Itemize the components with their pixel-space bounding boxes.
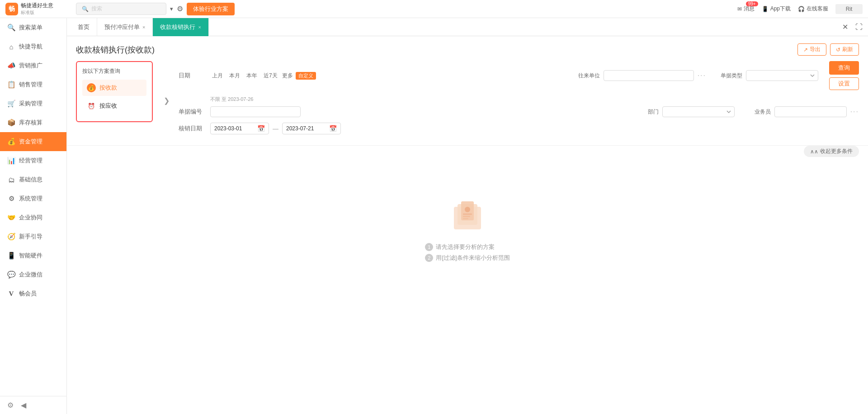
tabs-actions: ✕ ⛶ bbox=[840, 21, 864, 33]
sidebar-item-inventory[interactable]: 📦 库存核算 bbox=[0, 113, 66, 132]
operations-icon: 📊 bbox=[7, 157, 15, 165]
sales-icon: 📋 bbox=[7, 81, 15, 89]
sidebar-item-basic-info[interactable]: 🗂 基础信息 bbox=[0, 170, 66, 189]
window-close-button[interactable]: ✕ bbox=[840, 21, 850, 33]
settings-button[interactable]: 设置 bbox=[829, 77, 859, 90]
page-inner: 收款核销执行(按收款) ↗ 导出 ↺ 刷新 bbox=[67, 36, 868, 414]
voucher-no-input[interactable] bbox=[210, 106, 301, 117]
filter-option-by-receivable[interactable]: ⏰ 按应收 bbox=[82, 98, 146, 114]
sidebar-label: 采购管理 bbox=[19, 100, 42, 108]
filter-option-by-receipt[interactable]: 💰 按收款 bbox=[82, 80, 146, 96]
sidebar-item-smart-hardware[interactable]: 📱 智能硬件 bbox=[0, 246, 66, 265]
page-header: 收款核销执行(按收款) ↗ 导出 ↺ 刷新 bbox=[67, 36, 868, 56]
search-placeholder-text: 搜索 bbox=[91, 5, 102, 13]
sidebar-item-guide[interactable]: 🧭 新手引导 bbox=[0, 227, 66, 246]
sidebar-item-sales[interactable]: 📋 销售管理 bbox=[0, 75, 66, 94]
refresh-icon: ↺ bbox=[836, 47, 840, 53]
sidebar-settings-icon[interactable]: ⚙ bbox=[7, 401, 14, 409]
membership-icon: V bbox=[7, 290, 15, 298]
sidebar-label: 基础信息 bbox=[19, 176, 42, 184]
shortcut-custom-badge[interactable]: 自定义 bbox=[296, 72, 316, 80]
sidebar-collapse-icon[interactable]: ◀ bbox=[21, 401, 26, 409]
voucher-type-select[interactable] bbox=[746, 70, 818, 81]
sidebar-item-search-menu[interactable]: 🔍 搜索菜单 bbox=[0, 18, 66, 37]
query-buttons: 查询 设置 bbox=[829, 61, 859, 90]
svg-rect-6 bbox=[463, 218, 468, 219]
voucher-no-label: 单据编号 bbox=[179, 108, 210, 116]
brand-name: 畅捷通好生意 bbox=[21, 2, 53, 10]
topbar-right: ✉ 消息 99+ 📱 App下载 🎧 在线客服 Rit bbox=[737, 4, 863, 14]
search-box[interactable]: 🔍 搜索 bbox=[76, 3, 166, 15]
voucher-type-label: 单据类型 bbox=[717, 72, 742, 80]
tab-close-icon[interactable]: × bbox=[198, 24, 201, 30]
sidebar-item-quick-nav[interactable]: ⌂ 快捷导航 bbox=[0, 37, 66, 56]
message-button[interactable]: ✉ 消息 99+ bbox=[737, 5, 755, 13]
sidebar-label: 畅会员 bbox=[19, 290, 37, 298]
filter-option-label: 按应收 bbox=[99, 102, 117, 110]
refresh-button[interactable]: ↺ 刷新 bbox=[830, 43, 859, 56]
brand-version: 标准版 bbox=[21, 10, 53, 16]
date-label: 日期 bbox=[179, 71, 210, 80]
shortcut-last-month[interactable]: 上月 bbox=[210, 71, 225, 81]
sidebar-item-operations[interactable]: 📊 经营管理 bbox=[0, 151, 66, 170]
settings-icon[interactable]: ⚙ bbox=[177, 5, 183, 13]
shortcut-this-month[interactable]: 本月 bbox=[227, 71, 242, 81]
sidebar-item-system[interactable]: ⚙ 系统管理 bbox=[0, 189, 66, 208]
shortcut-more[interactable]: 更多 bbox=[282, 72, 293, 80]
shortcut-last-7-days[interactable]: 近7天 bbox=[262, 71, 279, 81]
date-range-separator: — bbox=[273, 125, 278, 132]
tab-receipt-writeoff[interactable]: 收款核销执行 × bbox=[153, 18, 208, 36]
writeoff-date-end-input[interactable]: 2023-07-21 📅 bbox=[282, 123, 341, 134]
empty-illustration bbox=[445, 198, 490, 234]
tip-num-1: 1 bbox=[425, 243, 433, 251]
filter-form: 日期 上月 本月 本年 近7天 更多 自定义 往 bbox=[179, 61, 859, 140]
sidebar-collapse-button[interactable]: ❯ bbox=[162, 61, 171, 140]
date-no-limit-info: 不限 至 2023-07-26 bbox=[210, 95, 859, 103]
staff-input[interactable] bbox=[774, 106, 847, 117]
brand-text: 畅捷通好生意 标准版 bbox=[21, 2, 53, 16]
search-dropdown-icon[interactable]: ▾ bbox=[170, 5, 173, 12]
user-avatar[interactable]: Rit bbox=[835, 4, 863, 14]
staff-more-button[interactable]: ··· bbox=[850, 108, 859, 116]
online-service-button[interactable]: 🎧 在线客服 bbox=[798, 5, 828, 13]
sidebar-label: 企业协同 bbox=[19, 214, 42, 222]
writeoff-date-range: 2023-03-01 📅 — 2023-07-21 📅 bbox=[210, 123, 341, 134]
app-download-button[interactable]: 📱 App下载 bbox=[762, 5, 791, 13]
tab-label: 首页 bbox=[78, 23, 90, 31]
counterparty-more-button[interactable]: ··· bbox=[698, 71, 706, 80]
tab-close-icon[interactable]: × bbox=[142, 24, 145, 30]
date-start-value: 2023-03-01 bbox=[214, 125, 242, 132]
inventory-icon: 📦 bbox=[7, 119, 15, 127]
sidebar-label: 企业微信 bbox=[19, 271, 42, 279]
collapse-more-button[interactable]: ∧∧ 收起更多条件 bbox=[804, 146, 859, 157]
by-receivable-icon: ⏰ bbox=[87, 101, 96, 110]
topbar-center: 🔍 搜索 ▾ ⚙ 体验行业方案 bbox=[76, 3, 734, 15]
sidebar-item-enterprise-wechat[interactable]: 💬 企业微信 bbox=[0, 265, 66, 284]
sidebar: 🔍 搜索菜单 ⌂ 快捷导航 📣 营销推广 📋 销售管理 🛒 采购管理 📦 库存核… bbox=[0, 18, 67, 414]
sidebar-item-membership[interactable]: V 畅会员 bbox=[0, 284, 66, 303]
svg-point-3 bbox=[465, 207, 470, 212]
counterparty-input[interactable] bbox=[604, 70, 694, 81]
tab-home[interactable]: 首页 bbox=[71, 18, 97, 36]
date-end-value: 2023-07-21 bbox=[286, 125, 314, 132]
sidebar-item-marketing[interactable]: 📣 营销推广 bbox=[0, 56, 66, 75]
dept-select[interactable] bbox=[662, 106, 735, 117]
filter-option-label: 按收款 bbox=[99, 84, 117, 92]
solution-button[interactable]: 体验行业方案 bbox=[187, 3, 235, 15]
sidebar-item-purchase[interactable]: 🛒 采购管理 bbox=[0, 94, 66, 113]
sidebar-item-finance[interactable]: 💰 资金管理 bbox=[0, 132, 66, 151]
tab-prepay-offset[interactable]: 预付冲应付单 × bbox=[97, 18, 153, 36]
filter-row-1: 日期 上月 本月 本年 近7天 更多 自定义 往 bbox=[179, 61, 859, 90]
finance-icon: 💰 bbox=[7, 138, 15, 146]
tip-num-2: 2 bbox=[425, 254, 433, 262]
export-button[interactable]: ↗ 导出 bbox=[797, 43, 826, 56]
by-receipt-icon: 💰 bbox=[87, 83, 96, 92]
smart-hardware-icon: 📱 bbox=[7, 252, 15, 260]
window-expand-button[interactable]: ⛶ bbox=[854, 21, 864, 33]
sidebar-label: 新手引导 bbox=[19, 233, 42, 241]
sidebar-label: 智能硬件 bbox=[19, 252, 42, 260]
shortcut-this-year[interactable]: 本年 bbox=[245, 71, 259, 81]
sidebar-item-enterprise-collab[interactable]: 🤝 企业协同 bbox=[0, 208, 66, 227]
query-button[interactable]: 查询 bbox=[829, 61, 859, 75]
writeoff-date-start-input[interactable]: 2023-03-01 📅 bbox=[210, 123, 269, 134]
